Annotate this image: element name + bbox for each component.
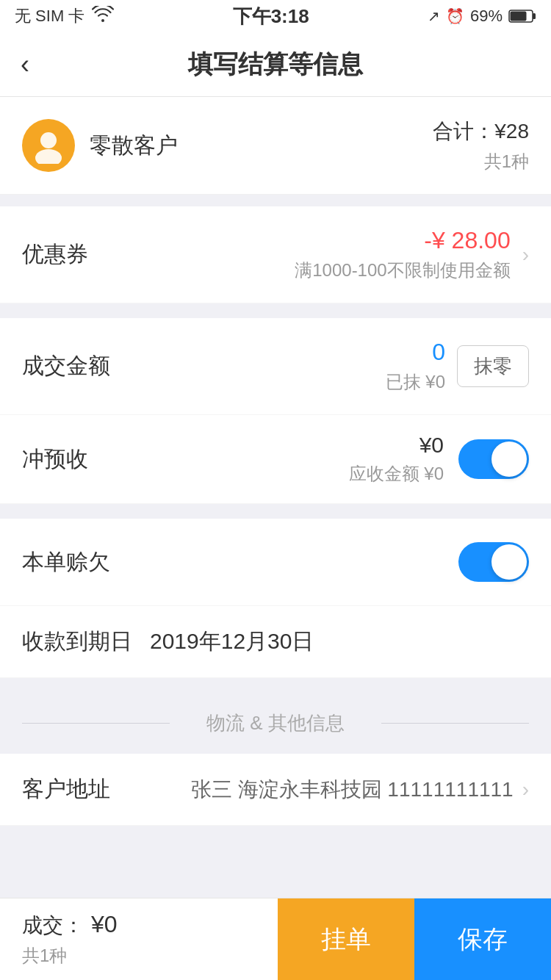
svg-point-3 <box>40 132 57 148</box>
deal-sub: 已抹 ¥0 <box>386 370 445 394</box>
customer-total: 合计：¥28 共1种 <box>433 118 529 173</box>
customer-card: 零散客户 合计：¥28 共1种 <box>0 97 551 195</box>
back-button[interactable]: ‹ <box>21 49 29 80</box>
address-value: 张三 海淀永丰科技园 11111111111 <box>128 776 514 804</box>
debt-row: 本单赊欠 <box>0 519 551 606</box>
status-time: 下午3:18 <box>233 4 309 29</box>
total-amount: 合计：¥28 <box>433 118 529 145</box>
address-card[interactable]: 客户地址 张三 海淀永丰科技园 11111111111 › <box>0 754 551 826</box>
chevron-icon: › <box>522 243 529 267</box>
logistics-line-right <box>381 723 529 724</box>
logistics-line-left <box>22 723 170 724</box>
address-label: 客户地址 <box>22 774 110 804</box>
prepay-toggle[interactable] <box>458 439 529 479</box>
prepay-row: 冲预收 ¥0 应收金额 ¥0 <box>0 415 551 504</box>
deal-right: 0 已抹 ¥0 抹零 <box>386 339 529 394</box>
due-date-row: 收款到期日 2019年12月30日 <box>0 606 551 678</box>
status-right: ↗ ⏰ 69% <box>428 7 536 26</box>
customer-row: 零散客户 合计：¥28 共1种 <box>0 97 551 195</box>
debt-label: 本单赊欠 <box>22 547 110 577</box>
nav-bar: ‹ 填写结算等信息 <box>0 32 551 97</box>
section-divider-3 <box>0 678 551 693</box>
svg-rect-2 <box>511 12 527 21</box>
alarm-icon: ⏰ <box>446 7 464 25</box>
coupon-desc: 满1000-100不限制使用金额 <box>295 259 510 282</box>
summary-amount: ¥0 <box>91 911 118 938</box>
section-divider-2 <box>0 504 551 519</box>
logistics-label: 物流 & 其他信息 <box>206 710 345 736</box>
debt-toggle[interactable] <box>458 542 529 582</box>
prepay-sub: 应收金额 ¥0 <box>349 462 444 486</box>
bottom-summary-line1: 成交： ¥0 <box>22 911 256 940</box>
coupon-row[interactable]: 优惠券 -¥ 28.00 满1000-100不限制使用金额 › <box>0 206 551 303</box>
prepay-amount: ¥0 <box>349 433 444 458</box>
customer-left: 零散客户 <box>22 119 178 172</box>
debt-card: 本单赊欠 收款到期日 2019年12月30日 <box>0 519 551 678</box>
section-divider-1 <box>0 303 551 318</box>
debt-toggle-knob <box>491 544 527 580</box>
summary-count: 共1种 <box>22 944 256 968</box>
nav-title: 填写结算等信息 <box>188 48 363 82</box>
battery-label: 69% <box>470 7 503 26</box>
coupon-card[interactable]: 优惠券 -¥ 28.00 满1000-100不限制使用金额 › <box>0 206 551 303</box>
round-off-button[interactable]: 抹零 <box>457 345 529 387</box>
bottom-summary: 成交： ¥0 共1种 <box>0 911 278 968</box>
location-icon: ↗ <box>428 7 440 25</box>
status-left: 无 SIM 卡 <box>15 5 114 27</box>
deal-card: 成交金额 0 已抹 ¥0 抹零 冲预收 ¥0 应收金额 ¥0 <box>0 318 551 504</box>
content-area: 零散客户 合计：¥28 共1种 优惠券 -¥ 28.00 满1000-100不限… <box>0 97 551 980</box>
bottom-bar: 成交： ¥0 共1种 挂单 保存 <box>0 898 551 980</box>
wifi-icon <box>92 6 114 26</box>
customer-avatar <box>22 119 75 172</box>
battery-icon <box>508 9 536 24</box>
svg-point-4 <box>35 149 62 164</box>
prepay-label: 冲预收 <box>22 444 88 475</box>
deal-row: 成交金额 0 已抹 ¥0 抹零 <box>0 318 551 415</box>
logistics-divider: 物流 & 其他信息 <box>0 693 551 754</box>
prepay-values: ¥0 应收金额 ¥0 <box>349 433 444 486</box>
deal-label: 成交金额 <box>22 351 110 381</box>
prepay-right: ¥0 应收金额 ¥0 <box>349 433 529 486</box>
address-row[interactable]: 客户地址 张三 海淀永丰科技园 11111111111 › <box>0 754 551 826</box>
svg-rect-1 <box>533 13 536 19</box>
due-date-label: 收款到期日 <box>22 627 132 657</box>
coupon-right: -¥ 28.00 满1000-100不限制使用金额 › <box>295 227 529 282</box>
hold-button[interactable]: 挂单 <box>278 898 414 981</box>
status-bar: 无 SIM 卡 下午3:18 ↗ ⏰ 69% <box>0 0 551 32</box>
deal-value: 0 <box>386 339 445 366</box>
summary-label: 成交： <box>22 912 84 940</box>
carrier-label: 无 SIM 卡 <box>15 5 84 27</box>
save-button[interactable]: 保存 <box>414 898 551 981</box>
customer-name: 零散客户 <box>90 131 178 161</box>
toggle-knob <box>491 442 527 477</box>
coupon-discount: -¥ 28.00 <box>295 227 510 254</box>
total-count: 共1种 <box>433 150 529 173</box>
coupon-label: 优惠券 <box>22 239 88 270</box>
due-date-value: 2019年12月30日 <box>150 627 314 657</box>
address-chevron-icon: › <box>522 778 529 801</box>
